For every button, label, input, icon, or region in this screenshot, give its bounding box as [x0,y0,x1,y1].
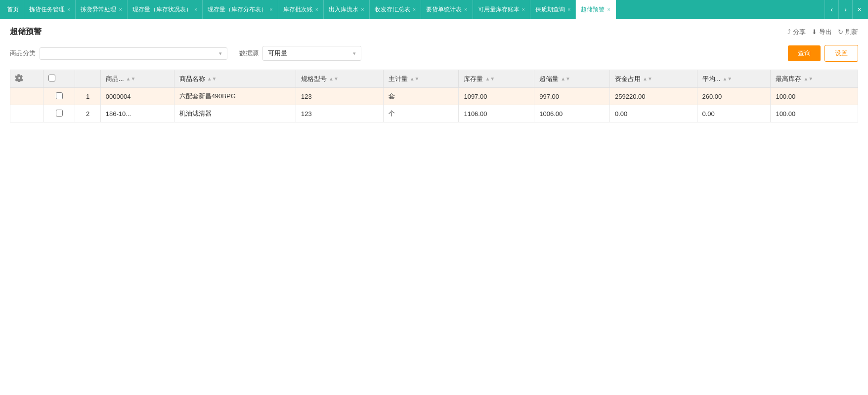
row-stock-qty: 1097.00 [459,88,534,105]
row-product-code: 186-10... [100,105,174,122]
row-checkbox-cell [43,105,75,122]
nav-tab-order-stats[interactable]: 要货单统计表 × [421,0,473,19]
sort-icon: ▲▼ [643,77,652,81]
export-icon: ⬇ [812,28,817,36]
row-checkbox[interactable] [56,110,63,117]
category-filter: 商品分类 ▾ [10,47,227,60]
row-avg: 0.00 [697,105,771,122]
th-product-name[interactable]: 商品名称 ▲▼ [174,70,296,88]
sort-icon: ▲▼ [803,77,813,81]
row-spec: 123 [296,88,384,105]
th-product-code[interactable]: 商品... ▲▼ [100,70,174,88]
datasource-select-value: 可用量 [268,49,287,58]
row-settings-cell [10,88,43,105]
header-actions: ⤴ 分享 ⬇ 导出 ↻ 刷新 [787,28,858,37]
share-button[interactable]: ⤴ 分享 [787,28,806,37]
close-icon[interactable]: × [194,6,197,12]
th-rownum [75,70,100,88]
row-product-name: 机油滤清器 [174,105,296,122]
row-number: 2 [75,105,100,122]
close-icon[interactable]: × [413,6,416,12]
row-checkbox[interactable] [56,92,63,99]
category-label: 商品分类 [10,49,36,58]
sort-icon: ▲▼ [485,77,495,81]
page-title: 超储预警 [10,27,42,37]
table-row: 2 186-10... 机油滤清器 123 个 1106.00 1006.00 … [10,105,858,122]
th-max-stock[interactable]: 最高库存 ▲▼ [771,70,858,88]
chevron-down-icon: ▾ [353,50,356,57]
row-avg: 260.00 [697,88,771,105]
nav-tab-stock-status[interactable]: 现存量（库存状况表） × [128,0,203,19]
sort-icon: ▲▼ [207,77,217,81]
nav-tab-available-stock[interactable]: 可用量库存账本 × [473,0,530,19]
category-select[interactable]: ▾ [40,47,227,60]
th-avg[interactable]: 平均... ▲▼ [697,70,771,88]
nav-tab-stock-dist[interactable]: 现存量（库存分布表） × [203,0,278,19]
row-overstock-qty: 997.00 [534,88,610,105]
nav-tab-batch[interactable]: 库存批次账 × [278,0,324,19]
row-capital-usage: 0.00 [610,105,697,122]
row-product-name: 六配套新昌490BPG [174,88,296,105]
refresh-icon: ↻ [838,28,843,36]
row-overstock-qty: 1006.00 [534,105,610,122]
nav-tab-inout-flow[interactable]: 出入库流水 × [324,0,369,19]
close-icon[interactable]: × [522,6,525,12]
page-header: 超储预警 ⤴ 分享 ⬇ 导出 ↻ 刷新 [10,27,858,37]
page-content: 超储预警 ⤴ 分享 ⬇ 导出 ↻ 刷新 商品分类 ▾ 数据源 [0,19,868,395]
row-product-code: 0000004 [100,88,174,105]
th-unit[interactable]: 主计量 ▲▼ [383,70,459,88]
datasource-filter: 数据源 可用量 ▾ [239,46,361,61]
close-icon[interactable]: × [269,6,272,12]
share-icon: ⤴ [787,28,791,36]
filter-row: 商品分类 ▾ 数据源 可用量 ▾ 查询 设置 [10,45,858,62]
row-spec: 123 [296,105,384,122]
nav-arrow-right[interactable]: › [838,0,852,19]
datasource-select[interactable]: 可用量 ▾ [262,46,361,61]
sort-icon: ▲▼ [126,77,136,81]
settings-button[interactable]: 设置 [825,45,858,62]
close-icon[interactable]: × [361,6,364,12]
select-all-checkbox[interactable] [48,75,55,81]
export-button[interactable]: ⬇ 导出 [812,28,832,37]
top-nav: 首页 拣货任务管理 × 拣货异常处理 × 现存量（库存状况表） × 现存量（库存… [0,0,868,19]
close-icon[interactable]: × [315,6,318,12]
datasource-label: 数据源 [239,49,259,58]
sort-icon: ▲▼ [329,77,339,81]
th-stock-qty[interactable]: 库存量 ▲▼ [459,70,534,88]
close-icon[interactable]: × [464,6,467,12]
row-max-stock: 100.00 [771,88,858,105]
nav-tab-home[interactable]: 首页 [2,0,24,19]
close-icon[interactable]: × [67,6,70,12]
row-stock-qty: 1106.00 [459,105,534,122]
row-checkbox-cell [43,88,75,105]
row-max-stock: 100.00 [771,105,858,122]
th-capital-usage[interactable]: 资金占用 ▲▼ [610,70,697,88]
settings-icon[interactable] [15,74,23,82]
nav-arrow-close[interactable]: × [852,0,866,19]
nav-tab-pick-task[interactable]: 拣货任务管理 × [24,0,76,19]
th-spec[interactable]: 规格型号 ▲▼ [296,70,384,88]
table-row: 1 0000004 六配套新昌490BPG 123 套 1097.00 997.… [10,88,858,105]
table-header-row: 商品... ▲▼ 商品名称 ▲▼ 规格型号 ▲▼ [10,70,858,88]
close-icon[interactable]: × [567,6,570,12]
data-table: 商品... ▲▼ 商品名称 ▲▼ 规格型号 ▲▼ [10,70,858,122]
nav-tab-expiry[interactable]: 保质期查询 × [530,0,576,19]
nav-tab-pick-exception[interactable]: 拣货异常处理 × [76,0,127,19]
th-settings [10,70,43,88]
query-button[interactable]: 查询 [788,45,821,61]
th-overstock-qty[interactable]: 超储量 ▲▼ [534,70,610,88]
nav-arrows: ‹ › × [825,0,866,19]
th-checkbox [43,70,75,88]
close-icon[interactable]: × [607,6,610,12]
sort-icon: ▲▼ [410,77,420,81]
sort-icon: ▲▼ [722,77,732,81]
nav-arrow-left[interactable]: ‹ [825,0,838,19]
close-icon[interactable]: × [119,6,122,12]
row-settings-cell [10,105,43,122]
row-unit: 个 [383,105,459,122]
row-unit: 套 [383,88,459,105]
nav-tab-summary[interactable]: 收发存汇总表 × [370,0,421,19]
nav-tab-overstock[interactable]: 超储预警 × [576,0,615,19]
chevron-down-icon: ▾ [219,50,222,57]
refresh-button[interactable]: ↻ 刷新 [838,28,858,37]
